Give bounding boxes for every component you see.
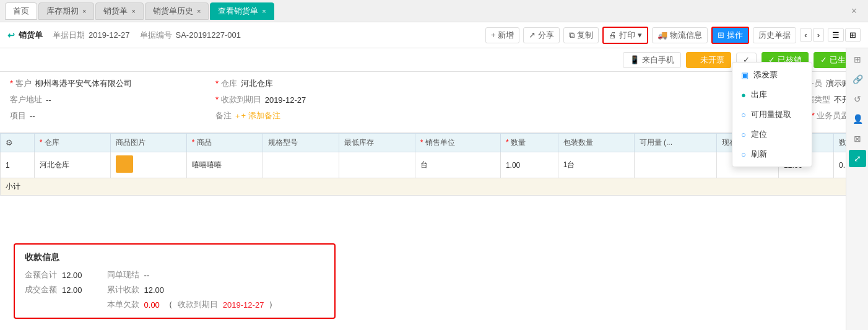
history-button[interactable]: 历史单据 bbox=[753, 27, 796, 43]
amount-total-row: 金额合计 12.00 bbox=[25, 269, 82, 280]
add-invoice-label: 添发票 bbox=[753, 69, 778, 80]
new-button-label: + 新增 bbox=[491, 30, 514, 41]
deal-amount-row: 成交金额 12.00 bbox=[25, 284, 82, 295]
copy-icon: ⧉ bbox=[569, 30, 575, 40]
tab-home[interactable]: 首页 bbox=[5, 2, 37, 20]
dropdown-locate[interactable]: ○ 定位 bbox=[732, 124, 812, 144]
tab-sales-close[interactable]: × bbox=[131, 7, 135, 15]
logistics-icon: 🚚 bbox=[658, 30, 667, 40]
same-bill-row: 同单现结 -- bbox=[107, 269, 277, 280]
tab-sales-label: 销货单 bbox=[103, 6, 128, 17]
unchecked-button[interactable]: 未开票 bbox=[686, 52, 731, 68]
effective-icon: ✓ bbox=[820, 55, 827, 64]
add-note-button[interactable]: + + 添加备注 bbox=[235, 110, 280, 121]
arrears-note: （ bbox=[165, 299, 173, 310]
sidebar-icon-expand[interactable]: ⤢ bbox=[849, 150, 866, 167]
copy-button-label: 复制 bbox=[577, 30, 593, 41]
customer-label: 客户 bbox=[10, 78, 32, 89]
note-field: 备注 + + 添加备注 bbox=[215, 110, 401, 121]
new-button[interactable]: + 新增 bbox=[485, 27, 519, 43]
view-list-button[interactable]: ☰ bbox=[828, 28, 844, 42]
unchecked-dot bbox=[693, 58, 698, 63]
address-value: -- bbox=[46, 95, 51, 105]
print-button[interactable]: 🖨 打印 ▾ bbox=[602, 27, 648, 44]
right-sidebar: ⊞ 🔗 ↺ 👤 ⊠ ⤢ bbox=[846, 48, 868, 330]
amount-total-label: 金额合计 bbox=[25, 269, 57, 280]
view-grid-button[interactable]: ⊞ bbox=[845, 28, 861, 42]
payment-date-value: 2019-12-27 bbox=[265, 95, 306, 105]
from-phone-button[interactable]: 📱 来自手机 bbox=[623, 52, 681, 68]
doc-number-section: 单据编号 SA-20191227-001 bbox=[140, 30, 241, 41]
tab-view-sales-label: 查看销货单 bbox=[218, 6, 258, 17]
share-button-label: 分享 bbox=[538, 30, 554, 41]
copy-button[interactable]: ⧉ 复制 bbox=[563, 27, 599, 43]
toolbar-right: + 新增 ↗ 分享 ⧉ 复制 🖨 打印 ▾ 🚚 物流信息 ⊞ 操作 bbox=[485, 27, 861, 44]
arrears-note-end: ） bbox=[269, 299, 277, 310]
nav-next-button[interactable]: › bbox=[813, 28, 824, 42]
doc-icon: ↩ bbox=[7, 30, 15, 40]
share-icon: ↗ bbox=[529, 30, 536, 40]
payment-date-field: 收款到期日 2019-12-27 bbox=[215, 94, 401, 105]
col-qty: 数量 bbox=[500, 134, 558, 152]
cell-pack-qty: 1台 bbox=[558, 152, 634, 178]
sidebar-icon-5[interactable]: ⊠ bbox=[849, 130, 866, 147]
cell-unit: 台 bbox=[415, 152, 500, 178]
dropdown-add-invoice[interactable]: ▣ 添发票 bbox=[732, 65, 812, 85]
col-available: 可用量 (... bbox=[634, 134, 716, 152]
form-row-1: 客户 柳州粤港平安气体有限公司 仓库 河北仓库 业务员 演示账号 bbox=[10, 78, 858, 89]
doc-number-label: 单据编号 bbox=[140, 30, 172, 41]
payment-info-box: 收款信息 金额合计 12.00 成交金额 12.00 同单现结 -- 累计收款 … bbox=[14, 243, 336, 319]
due-date-value: 2019-12-27 bbox=[223, 300, 264, 310]
subtotal-row: 小计 bbox=[1, 178, 868, 196]
operation-button[interactable]: ⊞ 操作 bbox=[711, 27, 749, 44]
warehouse-label: 仓库 bbox=[215, 78, 237, 89]
sidebar-icon-3[interactable]: ↺ bbox=[849, 90, 866, 108]
tab-inventory[interactable]: 库存期初 × bbox=[38, 2, 94, 20]
dropdown-out-warehouse[interactable]: ● 出库 bbox=[732, 85, 812, 105]
gear-icon: ⚙ bbox=[6, 138, 13, 147]
doc-title-section: ↩ 销货单 bbox=[7, 30, 43, 41]
cumulative-label: 累计收款 bbox=[107, 284, 139, 295]
tab-sales[interactable]: 销货单 × bbox=[95, 2, 143, 20]
from-phone-label: 来自手机 bbox=[642, 54, 674, 66]
sidebar-icon-4[interactable]: 👤 bbox=[849, 110, 866, 128]
note-label: 备注 bbox=[215, 110, 232, 121]
window-close-button[interactable]: × bbox=[845, 6, 863, 17]
dropdown-refresh[interactable]: ○ 刷新 bbox=[732, 144, 812, 164]
sidebar-icon-2[interactable]: 🔗 bbox=[849, 71, 866, 88]
sidebar-icon-1[interactable]: ⊞ bbox=[849, 51, 866, 68]
share-button[interactable]: ↗ 分享 bbox=[523, 27, 560, 43]
locate-icon: ○ bbox=[741, 130, 746, 139]
operation-icon: ⊞ bbox=[718, 30, 724, 40]
customer-value: 柳州粤港平安气体有限公司 bbox=[35, 78, 132, 89]
nav-prev-button[interactable]: ‹ bbox=[800, 28, 811, 42]
out-warehouse-label: 出库 bbox=[751, 89, 767, 100]
due-date-label: 收款到期日 bbox=[178, 299, 218, 310]
logistics-button[interactable]: 🚚 物流信息 bbox=[652, 27, 708, 43]
add-note-icon: + bbox=[235, 111, 240, 121]
refresh-label: 刷新 bbox=[751, 149, 767, 160]
operation-button-label: 操作 bbox=[727, 30, 743, 41]
doc-date-value: 2019-12-27 bbox=[89, 30, 130, 40]
col-spec: 规格型号 bbox=[263, 134, 339, 152]
unchecked-label: 未开票 bbox=[700, 54, 724, 66]
tab-view-sales[interactable]: 查看销货单 × bbox=[210, 2, 274, 20]
col-gear: ⚙ bbox=[1, 134, 35, 152]
col-pack-qty: 包装数量 bbox=[558, 134, 634, 152]
arrears-label: 本单欠款 bbox=[107, 299, 139, 310]
dropdown-available-extract[interactable]: ○ 可用量提取 bbox=[732, 105, 812, 124]
tab-sales-history[interactable]: 销货单历史 × bbox=[145, 2, 209, 20]
tab-inventory-close[interactable]: × bbox=[82, 7, 86, 15]
project-value: -- bbox=[30, 111, 35, 121]
cumulative-value: 12.00 bbox=[144, 285, 165, 295]
payment-date-label: 收款到期日 bbox=[215, 94, 261, 105]
cell-warehouse: 河北仓库 bbox=[34, 152, 110, 178]
col-warehouse: 仓库 bbox=[34, 134, 110, 152]
tab-view-sales-close[interactable]: × bbox=[262, 7, 266, 15]
cell-index: 1 bbox=[1, 152, 35, 178]
tab-bar: 首页 库存期初 × 销货单 × 销货单历史 × 查看销货单 × × bbox=[0, 0, 868, 22]
tab-inventory-label: 库存期初 bbox=[46, 6, 79, 17]
tab-sales-history-label: 销货单历史 bbox=[153, 6, 193, 17]
tab-sales-history-close[interactable]: × bbox=[197, 7, 201, 15]
cell-spec bbox=[263, 152, 339, 178]
